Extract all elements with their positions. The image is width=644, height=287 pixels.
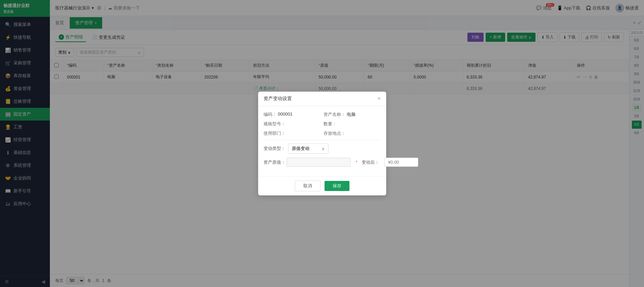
modal-location-label: 存放地点： xyxy=(324,130,345,136)
modal-after-change-label: 变动后： xyxy=(362,159,382,165)
modal-change-type-arrow: ∨ xyxy=(321,146,325,151)
btn-cancel[interactable]: 取消 xyxy=(295,181,320,191)
modal-dept-item: 使用部门： xyxy=(264,130,321,136)
modal-info-row3: 使用部门： 存放地点： xyxy=(264,130,381,136)
modal-header: 资产变动设置 × xyxy=(258,92,386,106)
modal-close-icon[interactable]: × xyxy=(377,96,380,102)
modal-code-label: 编码： xyxy=(264,111,277,118)
modal-name-item: 资产名称： 电脑 xyxy=(324,111,381,118)
modal-original-value-input[interactable]: 50,000.00 xyxy=(286,158,350,167)
modal-change-type-select[interactable]: 原值变动 ∨ xyxy=(288,144,329,154)
modal-change-type-value: 原值变动 xyxy=(292,146,309,152)
modal-spec-item: 规格型号： xyxy=(264,121,321,127)
modal-title: 资产变动设置 xyxy=(264,96,292,102)
modal-spec-label: 规格型号： xyxy=(264,121,285,127)
modal-required-star: * xyxy=(356,160,358,165)
modal-after-change-input[interactable] xyxy=(385,158,418,167)
modal-overlay: 资产变动设置 × 编码： 000001 资产名称： 电脑 规格型号： xyxy=(0,0,644,287)
modal-quantity-label: 数量： xyxy=(324,121,337,127)
modal-footer: 取消 保存 xyxy=(258,176,386,195)
modal-asset-name-value: 电脑 xyxy=(347,111,356,118)
modal-change-type-row: 变动类型： 原值变动 ∨ xyxy=(264,144,381,154)
modal-original-value-label: 资产原值： xyxy=(264,159,284,165)
modal-code-value: 000001 xyxy=(278,111,293,118)
modal-body: 编码： 000001 资产名称： 电脑 规格型号： 数量： xyxy=(258,106,386,176)
modal-dept-label: 使用部门： xyxy=(264,130,285,136)
modal-code-item: 编码： 000001 xyxy=(264,111,321,118)
btn-save[interactable]: 保存 xyxy=(325,181,349,191)
modal-quantity-item: 数量： xyxy=(324,121,381,127)
modal-original-value-row: 资产原值： 50,000.00 * 变动后： xyxy=(264,158,381,167)
asset-change-modal: 资产变动设置 × 编码： 000001 资产名称： 电脑 规格型号： xyxy=(258,92,386,195)
modal-asset-name-label: 资产名称： xyxy=(324,111,345,118)
modal-change-type-label: 变动类型： xyxy=(264,146,285,152)
modal-info-row1: 编码： 000001 资产名称： 电脑 xyxy=(264,111,381,118)
modal-location-item: 存放地点： xyxy=(324,130,381,136)
modal-info-row2: 规格型号： 数量： xyxy=(264,121,381,127)
modal-divider xyxy=(264,140,381,140)
